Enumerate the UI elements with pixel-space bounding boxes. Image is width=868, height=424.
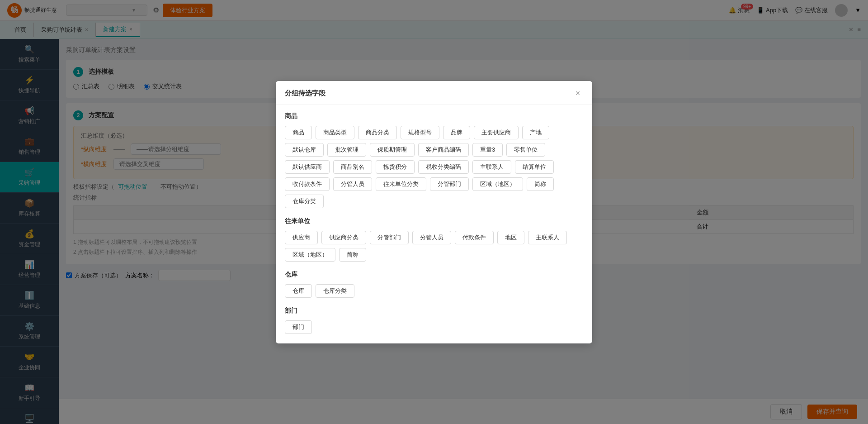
field-group-title: 仓库 xyxy=(285,271,583,279)
field-chip[interactable]: 商品分类 xyxy=(358,126,397,139)
field-chip[interactable]: 税收分类编码 xyxy=(418,160,469,174)
field-chip[interactable]: 分管人员 xyxy=(333,177,372,191)
field-chips: 部门 xyxy=(285,320,583,334)
field-chip[interactable]: 主联系人 xyxy=(528,231,567,244)
field-chip[interactable]: 仓库分类 xyxy=(316,284,354,298)
field-chip[interactable]: 收付款条件 xyxy=(285,177,330,191)
field-chip[interactable]: 拣货积分 xyxy=(376,160,415,174)
modal-body[interactable]: 商品商品商品类型商品分类规格型号品牌主要供应商产地默认仓库批次管理保质期管理客户… xyxy=(276,105,592,343)
field-chip[interactable]: 品牌 xyxy=(443,126,470,139)
field-group: 商品商品商品类型商品分类规格型号品牌主要供应商产地默认仓库批次管理保质期管理客户… xyxy=(285,112,583,208)
field-chip[interactable]: 主要供应商 xyxy=(474,126,519,139)
field-chip[interactable]: 地区 xyxy=(497,231,524,244)
field-chip[interactable]: 仓库分类 xyxy=(285,195,324,208)
field-group-title: 商品 xyxy=(285,112,583,120)
field-group-title: 部门 xyxy=(285,307,583,315)
field-chip[interactable]: 结算单位 xyxy=(515,160,554,174)
field-chip[interactable]: 简称 xyxy=(339,248,366,262)
field-chip[interactable]: 客户商品编码 xyxy=(418,143,469,157)
field-chip[interactable]: 重量3 xyxy=(472,143,503,157)
field-chip[interactable]: 默认仓库 xyxy=(285,143,324,157)
field-chip[interactable]: 产地 xyxy=(522,126,549,139)
field-group: 部门部门 xyxy=(285,307,583,334)
field-chip[interactable]: 商品类型 xyxy=(316,126,354,139)
field-chip[interactable]: 批次管理 xyxy=(327,143,366,157)
modal-dialog: 分组待选字段 × 商品商品商品类型商品分类规格型号品牌主要供应商产地默认仓库批次… xyxy=(276,81,592,343)
field-chip[interactable]: 商品 xyxy=(285,126,312,139)
field-chip[interactable]: 零售单位 xyxy=(506,143,545,157)
field-chip[interactable]: 付款条件 xyxy=(455,231,494,244)
field-chip[interactable]: 商品别名 xyxy=(333,160,372,174)
field-chip[interactable]: 仓库 xyxy=(285,284,312,298)
field-chip[interactable]: 部门 xyxy=(285,320,312,334)
field-chips: 供应商供应商分类分管部门分管人员付款条件地区主联系人区域（地区）简称 xyxy=(285,231,583,262)
field-chip[interactable]: 保质期管理 xyxy=(370,143,415,157)
field-group: 往来单位供应商供应商分类分管部门分管人员付款条件地区主联系人区域（地区）简称 xyxy=(285,217,583,262)
field-chip[interactable]: 区域（地区） xyxy=(285,248,335,262)
modal-title: 分组待选字段 xyxy=(285,89,326,98)
field-chip[interactable]: 默认供应商 xyxy=(285,160,330,174)
field-chip[interactable]: 区域（地区） xyxy=(472,177,523,191)
field-chip[interactable]: 供应商 xyxy=(285,231,318,244)
field-chip[interactable]: 规格型号 xyxy=(401,126,439,139)
field-chip[interactable]: 分管人员 xyxy=(412,231,451,244)
modal-overlay: 分组待选字段 × 商品商品商品类型商品分类规格型号品牌主要供应商产地默认仓库批次… xyxy=(0,0,868,424)
field-chip[interactable]: 分管部门 xyxy=(370,231,409,244)
modal-header: 分组待选字段 × xyxy=(276,81,592,105)
field-group: 员工业务员 xyxy=(285,343,583,343)
field-chip[interactable]: 往来单位分类 xyxy=(376,177,426,191)
field-chip[interactable]: 主联系人 xyxy=(472,160,511,174)
field-chip[interactable]: 简称 xyxy=(527,177,554,191)
field-chips: 仓库仓库分类 xyxy=(285,284,583,298)
field-chips: 商品商品类型商品分类规格型号品牌主要供应商产地默认仓库批次管理保质期管理客户商品… xyxy=(285,126,583,208)
field-chip[interactable]: 供应商分类 xyxy=(321,231,366,244)
field-group-title: 员工 xyxy=(285,343,583,343)
field-group-title: 往来单位 xyxy=(285,217,583,225)
modal-close-button[interactable]: × xyxy=(572,88,583,99)
field-chip[interactable]: 分管部门 xyxy=(430,177,469,191)
field-group: 仓库仓库仓库分类 xyxy=(285,271,583,298)
